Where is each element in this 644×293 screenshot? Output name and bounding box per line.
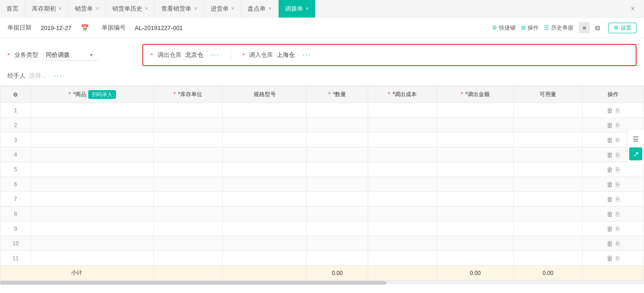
delete-icon[interactable]: 🗑 [607,210,613,218]
close-tab-sales-history[interactable]: × [145,6,148,11]
out-warehouse-value[interactable]: 北京仓 [185,51,203,59]
delete-icon[interactable]: 🗑 [607,181,613,188]
copy-icon[interactable]: ⎘ [616,107,620,114]
table-row: 4🗑⎘ [0,147,644,162]
close-tab-view-sales[interactable]: × [194,6,197,11]
doc-num-label: 单据编号 [102,24,126,32]
delete-icon[interactable]: 🗑 [607,195,613,203]
subtotal-qty: 0.00 [307,266,368,281]
biz-type-field: * 业务类型 同价调拨 ▼ [7,50,137,61]
row-num: 6 [0,177,31,192]
close-tab-sales-order[interactable]: × [96,6,98,11]
col-header-cost: * *调出成本 [368,86,437,103]
table-settings-icon[interactable]: ⚙ [13,92,18,98]
delete-icon[interactable]: 🗑 [607,151,613,159]
history-icon: ☰ [544,24,549,31]
out-warehouse-more-icon[interactable]: ··· [211,51,219,59]
biz-type-select[interactable]: 同价调拨 ▼ [42,50,97,61]
form-header: 单据日期 2019-12-27 📅 单据编号 AL-20191227-001 ⚙… [0,18,644,38]
delete-icon[interactable]: 🗑 [607,240,613,247]
biz-type-req: * [7,52,10,59]
grid-view-btn[interactable]: ⊟ [592,22,603,33]
delete-icon[interactable]: 🗑 [607,122,613,129]
settings-button[interactable]: ⚙ 设置 [608,23,637,33]
manager-placeholder[interactable]: 选择... [29,72,46,80]
table-row: 5🗑⎘ [0,162,644,177]
table-header-row: ⚙ * *商品 扫码录入 * *库存单位 规格型号 * *数量 [0,86,644,103]
row-num: 4 [0,147,31,162]
tab-home[interactable]: 首页 [0,0,25,18]
copy-icon[interactable]: ⎘ [616,255,620,262]
col-header-product: * *商品 扫码录入 [31,86,153,103]
in-warehouse-value[interactable]: 上海仓 [277,51,295,59]
biz-type-chevron-icon: ▼ [89,52,94,58]
close-tab-transfer[interactable]: × [306,6,309,11]
table-row: 3🗑⎘ [0,133,644,147]
calendar-icon[interactable]: 📅 [81,24,89,31]
out-warehouse-req: * [151,52,153,59]
scan-entry-button[interactable]: 扫码录入 [88,90,116,99]
form-header-left: 单据日期 2019-12-27 📅 单据编号 AL-20191227-001 [7,24,183,32]
col-header-avail: 可用量 [514,86,583,103]
copy-icon[interactable]: ⎘ [616,122,620,129]
date-value[interactable]: 2019-12-27 [41,24,72,31]
copy-icon[interactable]: ⎘ [616,166,620,173]
copy-icon[interactable]: ⎘ [616,195,620,203]
delete-icon[interactable]: 🗑 [607,136,613,144]
row-num: 3 [0,133,31,147]
delete-icon[interactable]: 🗑 [607,107,613,114]
subtotal-row: 小计 0.00 0.00 0.00 [0,266,644,281]
tab-view-sales[interactable]: 查看销货单 × [155,0,204,18]
close-tab-inventory-init[interactable]: × [59,6,61,11]
list-view-btn[interactable]: ≡ [579,22,590,33]
window-close-button[interactable]: × [626,2,639,15]
tab-sales-history[interactable]: 销货单历史 × [106,0,155,18]
scrollbar-thumb[interactable] [0,281,386,285]
row-num: 11 [0,251,31,266]
delete-icon[interactable]: 🗑 [607,255,613,262]
out-warehouse-label: 调出仓库 [158,51,182,59]
row-num: 7 [0,192,31,207]
settings-icon: ⚙ [614,24,619,31]
tab-purchase[interactable]: 进货单 × [204,0,241,18]
operation-icon: ⊞ [521,24,526,31]
main-content: 单据日期 2019-12-27 📅 单据编号 AL-20191227-001 ⚙… [0,18,644,293]
copy-icon[interactable]: ⎘ [616,225,620,232]
shortcut-action[interactable]: ⚙ 快捷键 [492,24,516,32]
view-toggle: ≡ ⊟ [579,22,603,33]
side-panel: ☰ ↗ [627,130,644,163]
copy-icon[interactable]: ⎘ [616,151,620,159]
delete-icon[interactable]: 🗑 [607,166,613,173]
in-warehouse-req: * [242,52,244,59]
shortcut-icon: ⚙ [492,24,497,31]
close-tab-purchase[interactable]: × [231,6,234,11]
horizontal-scrollbar[interactable] [0,281,644,284]
history-action[interactable]: ☰ 历史单据 [544,24,573,32]
row-num: 1 [0,103,31,118]
tab-stocktake[interactable]: 盘点单 × [241,0,278,18]
copy-icon[interactable]: ⎘ [616,181,620,188]
copy-icon[interactable]: ⎘ [616,240,620,247]
close-tab-stocktake[interactable]: × [268,6,271,11]
in-warehouse-label: 调入仓库 [249,51,273,59]
tab-sales-order[interactable]: 销货单 × [68,0,105,18]
warehouse-divider [231,49,231,61]
side-export-button[interactable]: ↗ [629,147,642,160]
manager-more-icon[interactable]: ··· [54,72,62,80]
delete-icon[interactable]: 🗑 [607,225,613,232]
tab-transfer[interactable]: 调拨单 × [279,0,316,18]
doc-num-value: AL-20191227-001 [135,24,183,31]
table-row: 8🗑⎘ [0,207,644,221]
warehouse-section: * 调出仓库 北京仓 ··· * 调入仓库 上海仓 ··· [142,44,637,66]
tab-inventory-init[interactable]: 库存期初 × [25,0,68,18]
operation-action[interactable]: ⊞ 操作 [521,24,539,32]
row-num: 10 [0,236,31,251]
copy-icon[interactable]: ⎘ [616,210,620,218]
copy-icon[interactable]: ⎘ [616,136,620,144]
side-list-icon: ☰ [633,135,639,143]
col-header-gear[interactable]: ⚙ [0,86,31,103]
in-warehouse-more-icon[interactable]: ··· [302,51,311,59]
subtotal-label: 小计 [0,266,154,281]
form-row-2: 经手人 选择... ··· [7,72,637,80]
side-list-button[interactable]: ☰ [629,133,642,146]
